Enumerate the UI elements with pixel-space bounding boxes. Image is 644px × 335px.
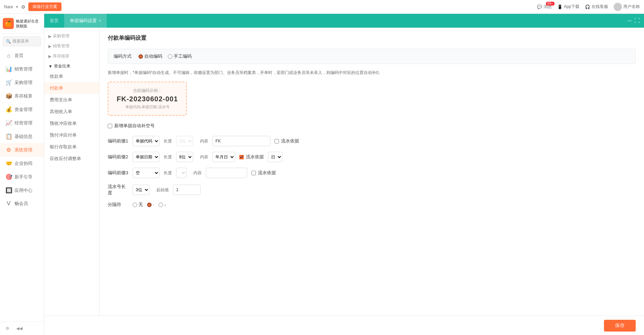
flow3-checkbox[interactable]: [251, 171, 256, 175]
sub-group-purchase[interactable]: ▶ 采购管理: [44, 30, 99, 40]
sidebar-item-enterprise[interactable]: 🤝 企业协同: [0, 157, 44, 170]
flow3-label: 流水依据: [258, 170, 276, 176]
flow2-checkbox[interactable]: [239, 155, 244, 159]
tab-home[interactable]: 首页: [44, 14, 64, 28]
length3-select[interactable]: [176, 168, 186, 178]
sub-item-advance-payment[interactable]: 预付冲应付单: [44, 129, 99, 141]
settings-footer-btn[interactable]: ⚙: [3, 325, 12, 332]
collapse-btn[interactable]: ◀◀: [13, 325, 25, 332]
sidebar-nav: ⌂ 首页 📊 销售管理 🛒 采购管理 📦 库存核算 💰 资金管理 📈 经营: [0, 49, 44, 322]
content3-input[interactable]: [206, 168, 247, 178]
flow2-unit-select[interactable]: 日 月 年: [268, 152, 282, 162]
chevron-right-icon: ▶: [48, 54, 51, 59]
chevron-right-icon: ▶: [48, 34, 51, 39]
sub-item-payment[interactable]: 付款单: [44, 82, 99, 94]
sub-group-inventory[interactable]: ▶ 库存核算: [44, 50, 99, 61]
user-item[interactable]: 用户名称: [614, 3, 640, 11]
sidebar-item-label: 首页: [15, 53, 23, 59]
manual-code-radio[interactable]: [168, 54, 172, 59]
separator-dot-option[interactable]: ·: [147, 202, 154, 207]
tab-bar: 首页 单据编码设置 × ─ ⛶: [44, 14, 644, 28]
prefix3-select[interactable]: 单据代码 单据日期 空: [133, 168, 160, 178]
serial-start-label: 起始值: [156, 187, 169, 193]
separator-dash-option[interactable]: -: [158, 202, 166, 207]
sidebar-item-purchase[interactable]: 🛒 采购管理: [0, 76, 44, 89]
tab-close-icon[interactable]: ×: [99, 18, 101, 23]
separator-dash-label: -: [164, 202, 166, 207]
sidebar-item-sales[interactable]: 📊 销售管理: [0, 62, 44, 76]
prefix1-select[interactable]: 单据代码 单据日期 空 部门 业务员: [133, 136, 160, 146]
sub-group-finance[interactable]: ▼ 资金往来: [44, 61, 99, 71]
sub-group-sales[interactable]: ▶ 销售管理: [44, 40, 99, 50]
separator-none-radio[interactable]: [133, 203, 137, 207]
top-bar-right: 💬 消息 99+ 📱 App下载 🎧 在线客服 用户名称: [537, 3, 640, 11]
auto-code-label: 自动编码: [144, 53, 162, 59]
sidebar-item-inventory[interactable]: 📦 库存核算: [0, 89, 44, 103]
online-service-item[interactable]: 🎧 在线客服: [585, 4, 608, 10]
sub-item-receipt[interactable]: 收款单: [44, 71, 99, 82]
prefix2-label: 编码前缀2: [108, 154, 128, 160]
serial-length-label: 流水号长度: [108, 184, 128, 196]
search-button[interactable]: 🔍 搜索菜单: [3, 36, 41, 46]
auto-code-option[interactable]: 自动编码: [138, 53, 162, 59]
auto-code-radio[interactable]: [138, 54, 143, 59]
sidebar-item-operation[interactable]: 📈 经营管理: [0, 116, 44, 130]
content1-input[interactable]: [212, 136, 270, 146]
app-download-item[interactable]: 📱 App下载: [557, 4, 579, 10]
sub-item-expense[interactable]: 费用支出单: [44, 94, 99, 106]
separator-dash-radio[interactable]: [158, 203, 163, 207]
length1-select[interactable]: 2位 4位: [176, 136, 193, 146]
settings-icon[interactable]: ⚙: [21, 4, 26, 10]
length2-label: 长度: [164, 154, 172, 160]
sidebar-search[interactable]: 🔍 搜索菜单: [0, 34, 44, 49]
sidebar-item-member[interactable]: V 畅会员: [0, 197, 44, 210]
flow1-checkbox[interactable]: [275, 139, 279, 143]
flow2-checkbox-row: 流水依据: [239, 154, 264, 160]
auto-fill-checkbox[interactable]: [108, 124, 112, 128]
sidebar-item-apps[interactable]: 🔲 应用中心: [0, 184, 44, 197]
serial-length-select[interactable]: 3位 4位 5位 6位: [133, 185, 150, 195]
serial-start-input[interactable]: [173, 185, 201, 195]
sub-item-adjustment[interactable]: 应收应付调整单: [44, 153, 99, 165]
sub-sidebar: ▶ 采购管理 ▶ 销售管理 ▶ 库存核算 ▼ 资金往来 收款单: [44, 28, 99, 316]
chevron-down-icon: ▼: [48, 64, 52, 69]
sidebar-item-basic[interactable]: 📋 基础信息: [0, 130, 44, 143]
prefix2-select[interactable]: 单据代码 单据日期 空: [133, 152, 160, 162]
logo-icon: 🍊: [3, 18, 14, 29]
length2-select[interactable]: 2位 4位 6位 8位: [176, 152, 193, 162]
content2-select[interactable]: 年月日 年月 年: [212, 152, 235, 162]
experience-btn[interactable]: 体验行业方案: [28, 2, 61, 11]
preview-box: 当前编码示例： FK-20230602-001 单据代码-单据日期-流水号: [108, 82, 187, 116]
company-name: Nare: [4, 4, 13, 9]
message-icon: 💬: [537, 4, 542, 9]
message-item[interactable]: 💬 消息 99+: [537, 4, 552, 10]
sub-item-advance-receipt[interactable]: 预收冲应收单: [44, 118, 99, 129]
sidebar-item-guide[interactable]: 🎯 新手引导: [0, 170, 44, 184]
sub-main: 付款单编码设置 编码方式 自动编码 手工编码: [99, 28, 644, 316]
tab-current[interactable]: 单据编码设置 ×: [64, 14, 107, 28]
minimize-icon[interactable]: ─: [628, 18, 632, 24]
maximize-icon[interactable]: ⛶: [634, 18, 640, 24]
manual-code-option[interactable]: 手工编码: [168, 53, 192, 59]
headset-icon: 🎧: [585, 4, 590, 9]
separator-dot-label: ·: [153, 202, 154, 207]
operation-icon: 📈: [6, 120, 12, 126]
guide-icon: 🎯: [6, 174, 12, 180]
auto-fill-label: 新增单据自动补空号: [114, 123, 155, 129]
content3-label: 内容: [193, 170, 202, 176]
member-icon: V: [6, 201, 12, 207]
separator-none-option[interactable]: 无: [133, 202, 143, 208]
sidebar-logo: 🍊 畅捷通好生意 旗舰版: [0, 14, 44, 34]
main-layout: 🍊 畅捷通好生意 旗舰版 🔍 搜索菜单 ⌂ 首页 📊 销售管理 🛒: [0, 14, 644, 335]
sidebar-item-home[interactable]: ⌂ 首页: [0, 49, 44, 62]
dropdown-arrow-icon[interactable]: ▾: [16, 4, 18, 9]
save-button[interactable]: 保存: [604, 320, 636, 332]
preview-desc: 单据代码-单据日期-流水号: [117, 104, 178, 110]
sidebar-item-finance[interactable]: 💰 资金管理: [0, 103, 44, 116]
app-download-icon: 📱: [557, 4, 563, 9]
sub-item-bank-deposit[interactable]: 银行存取款单: [44, 141, 99, 153]
separator-dot-radio[interactable]: [147, 203, 152, 207]
length3-label: 长度: [164, 170, 172, 176]
sidebar-item-system[interactable]: ⚙ 系统管理: [0, 143, 44, 157]
sub-item-other-income[interactable]: 其他收入单: [44, 106, 99, 118]
